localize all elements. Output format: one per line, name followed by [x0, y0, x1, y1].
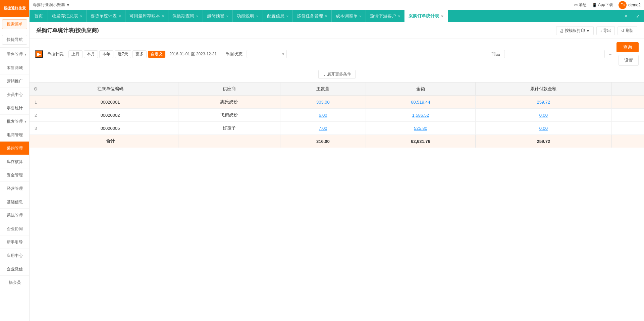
sidebar-item-marketing[interactable]: 营销推广: [0, 74, 29, 88]
sidebar-item-ops-mgmt[interactable]: 经营管理: [0, 182, 29, 195]
sidebar-item-retail-stats[interactable]: 零售统计: [0, 101, 29, 115]
sidebar-item-system-mgmt[interactable]: 系统管理: [0, 209, 29, 222]
table-row[interactable]: 1 00020001 惠氏奶粉 303.00 60,519.44 259.72: [30, 96, 644, 109]
refresh-button[interactable]: ↺ 刷新: [618, 26, 637, 35]
tab-home-label: 首页: [34, 13, 43, 19]
row-num: 2: [30, 109, 42, 122]
date-btn-7days[interactable]: 近7天: [115, 50, 131, 58]
sidebar-item-retail-store[interactable]: 零售商城: [0, 61, 29, 74]
filter-divider: [221, 51, 221, 57]
close-tab-icon[interactable]: ×: [360, 14, 362, 18]
table-row[interactable]: 3 00020005 好孩子 7.00 525.80 0.00: [30, 122, 644, 135]
row-paid[interactable]: 259.72: [475, 96, 611, 109]
tab-label: 采购订单统计表: [409, 13, 439, 19]
sidebar-item-inventory-check[interactable]: 库存核算: [0, 155, 29, 168]
tab-purchase-stats[interactable]: 采购订单统计表 ×: [405, 10, 447, 22]
topbar: 母婴行业演示账套 ▼ ✉ 消息 📱 App下载 Ea demo2: [30, 0, 644, 10]
sidebar-item-member-center[interactable]: 会员中心: [0, 88, 29, 101]
search-menu-section: 搜索菜单: [0, 17, 29, 32]
tab-label: 拣货任务管理: [297, 13, 323, 19]
expand-tabs-button[interactable]: ⤢: [632, 10, 644, 22]
sidebar-item-purchase-mgmt[interactable]: 采购管理: [0, 142, 29, 155]
date-btn-last-month[interactable]: 上月: [68, 50, 83, 58]
org-selector[interactable]: 母婴行业演示账套 ▼: [33, 2, 70, 8]
app-download-button[interactable]: 📱 App下载: [592, 2, 613, 8]
query-button[interactable]: 查询: [616, 42, 639, 52]
goods-input[interactable]: [504, 50, 605, 58]
date-btn-this-month[interactable]: 本月: [84, 50, 98, 58]
row-extra: [611, 122, 644, 135]
tab-order-stats[interactable]: 要货单统计表 ×: [87, 10, 125, 22]
more-goods-icon[interactable]: ···: [609, 52, 612, 57]
tab-pick-task[interactable]: 拣货任务管理 ×: [293, 10, 331, 22]
status-label: 单据状态: [225, 51, 243, 57]
row-qty[interactable]: 7.00: [280, 122, 366, 135]
column-settings-icon[interactable]: ⚙: [34, 86, 38, 92]
tab-home[interactable]: 首页: [30, 10, 48, 22]
tab-warranty-query[interactable]: 保质期查询 ×: [168, 10, 203, 22]
row-amount[interactable]: 60,519.44: [366, 96, 476, 109]
sidebar-item-retail-mgmt[interactable]: 零售管理 ▼: [0, 48, 29, 61]
sidebar-item-ecommerce[interactable]: 电商管理: [0, 128, 29, 142]
sidebar-item-finance-mgmt[interactable]: 资金管理: [0, 168, 29, 182]
close-tab-icon[interactable]: ×: [226, 14, 228, 18]
table-header-row: ⚙ 往来单位编码 供应商 主数量 金额 累计付款金额: [30, 83, 644, 96]
tab-available-stock[interactable]: 可用量库存账本 ×: [125, 10, 168, 22]
quick-nav-button[interactable]: 快捷导航: [2, 35, 27, 45]
close-tab-icon[interactable]: ×: [119, 14, 121, 18]
row-qty[interactable]: 6.00: [280, 109, 366, 122]
date-btn-this-year[interactable]: 本年: [99, 50, 113, 58]
sidebar-item-basic-info[interactable]: 基础信息: [0, 195, 29, 209]
close-tab-icon[interactable]: ×: [256, 14, 258, 18]
footer-row: 合计 316.00 62,631.76 259.72: [30, 135, 644, 148]
row-paid[interactable]: 0.00: [475, 122, 611, 135]
arrow-right-icon: ▶: [37, 51, 41, 57]
row-paid[interactable]: 0.00: [475, 109, 611, 122]
sidebar-item-corp-collab[interactable]: 企业协同: [0, 222, 29, 235]
close-tab-icon[interactable]: ×: [162, 14, 164, 18]
date-btn-more[interactable]: 更多: [132, 50, 147, 58]
footer-amount: 62,631.76: [366, 135, 476, 148]
close-tab-icon[interactable]: ×: [398, 14, 400, 18]
row-amount[interactable]: 1,586.52: [366, 109, 476, 122]
sidebar-item-app-center[interactable]: 应用中心: [0, 249, 29, 262]
row-code: 00020002: [42, 109, 178, 122]
close-tab-icon[interactable]: ×: [441, 14, 443, 18]
sidebar-item-vip-member[interactable]: 畅会员: [0, 276, 29, 289]
app-logo: 畅捷通好生意: [0, 0, 29, 17]
footer-qty: 316.00: [280, 135, 366, 148]
row-amount[interactable]: 525.80: [366, 122, 476, 135]
phone-icon: 📱: [592, 3, 597, 7]
expand-more-row: ⌄ 展开更多条件: [35, 68, 639, 79]
tab-config-info[interactable]: 配置信息 ×: [263, 10, 293, 22]
sidebar-item-new-guide[interactable]: 新手引导: [0, 235, 29, 249]
table-row[interactable]: 2 00020002 飞鹤奶粉 6.00 1,586.52 0.00: [30, 109, 644, 122]
user-menu[interactable]: Ea demo2: [619, 1, 641, 9]
close-tab-icon[interactable]: ×: [286, 14, 288, 18]
tab-function-desc[interactable]: 功能说明 ×: [233, 10, 263, 22]
footer-empty2: [178, 135, 280, 148]
data-table-container: ⚙ 往来单位编码 供应商 主数量 金额 累计付款金额 1 00020001 惠氏…: [30, 83, 644, 321]
username-label: demo2: [628, 3, 641, 7]
close-tab-icon[interactable]: ×: [325, 14, 327, 18]
message-button[interactable]: ✉ 消息: [574, 2, 587, 8]
print-button[interactable]: 🖨 按模板打印 ▼: [556, 26, 594, 35]
th-paid: 累计付款金额: [475, 83, 611, 96]
close-tab-icon[interactable]: ×: [196, 14, 198, 18]
status-select[interactable]: [247, 50, 287, 58]
tab-invite-downstream[interactable]: 邀请下游客户 ×: [366, 10, 405, 22]
settings-button[interactable]: 设置: [619, 55, 639, 66]
close-all-tabs-button[interactable]: ×: [620, 10, 632, 22]
expand-more-button[interactable]: ⌄ 展开更多条件: [318, 70, 356, 79]
tab-cost-adjust[interactable]: 成本调整单 ×: [332, 10, 366, 22]
tab-overstock-warning[interactable]: 超储预警 ×: [203, 10, 233, 22]
close-tab-icon[interactable]: ×: [80, 14, 82, 18]
tab-receive-summary[interactable]: 收发存汇总表 ×: [48, 10, 87, 22]
tab-label: 配置信息: [267, 13, 284, 19]
row-qty[interactable]: 303.00: [280, 96, 366, 109]
sidebar-item-wholesale-mgmt[interactable]: 批发管理 ▼: [0, 115, 29, 128]
search-menu-button[interactable]: 搜索菜单: [2, 19, 27, 29]
sidebar-item-corp-wechat[interactable]: 企业微信: [0, 262, 29, 276]
export-button[interactable]: ↓ 导出: [596, 26, 615, 35]
filter-toggle-button[interactable]: ▶: [35, 50, 43, 58]
